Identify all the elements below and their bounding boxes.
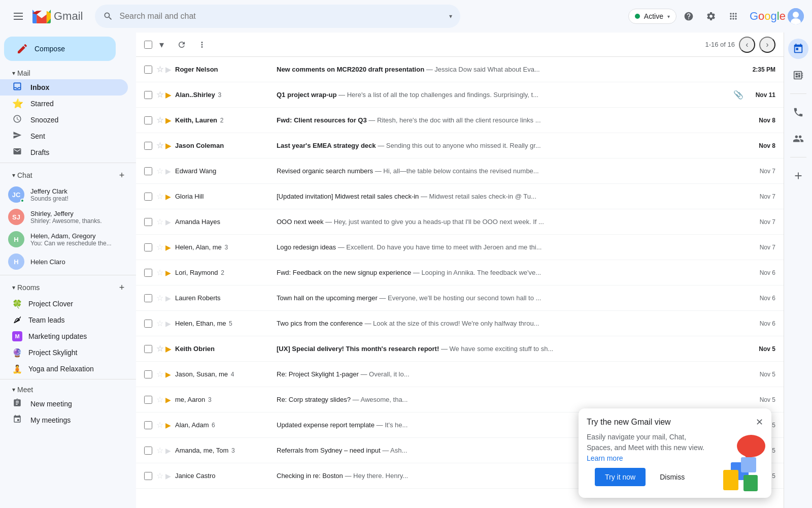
important-icon[interactable]: ▶ [165,91,171,99]
email-checkbox[interactable] [144,447,152,455]
add-room-btn[interactable]: + [116,281,128,294]
star-icon[interactable]: ☆ [156,344,163,354]
chat-item-shirley[interactable]: SJ Shirley, Jeffery Shirley: Awesome, th… [0,206,136,228]
search-chevron[interactable]: ▾ [449,13,452,20]
search-input-wrap[interactable]: ▾ [95,5,460,28]
important-icon[interactable]: ▶ [165,294,171,302]
important-icon[interactable]: ▶ [165,218,171,226]
star-icon[interactable]: ☆ [156,141,163,150]
email-checkbox[interactable] [144,269,152,277]
email-checkbox[interactable] [144,218,152,226]
important-icon[interactable]: ▶ [165,396,171,404]
email-checkbox[interactable] [144,243,152,251]
room-item-team-leads[interactable]: 🌶 Team leads [0,312,128,328]
important-icon[interactable]: ▶ [165,116,171,124]
star-icon[interactable]: ☆ [156,471,163,481]
star-icon[interactable]: ☆ [156,242,163,252]
table-row[interactable]: ☆ ▶ Gloria Hill [Updated invitation] Mid… [136,184,784,209]
room-item-yoga[interactable]: 🧘 Yoga and Relaxation [0,361,128,377]
email-checkbox[interactable] [144,116,152,124]
select-all-checkbox[interactable] [144,41,152,49]
star-icon[interactable]: ☆ [156,90,163,100]
user-avatar[interactable] [788,8,804,24]
room-item-project-skylight[interactable]: 🔮 Project Skylight [0,344,128,361]
star-icon[interactable]: ☆ [156,395,163,404]
phone-icon-btn[interactable] [788,102,808,122]
help-btn[interactable] [679,6,699,26]
important-icon[interactable]: ▶ [165,243,171,251]
mail-section-toggle[interactable]: ▾ Mail [12,69,30,77]
star-icon[interactable]: ☆ [156,268,163,277]
star-icon[interactable]: ☆ [156,217,163,227]
learn-more-link[interactable]: Learn more [587,454,623,462]
important-icon[interactable]: ▶ [165,472,171,480]
important-icon[interactable]: ▶ [165,447,171,455]
email-checkbox[interactable] [144,66,152,74]
chat-item-helen-adam[interactable]: H Helen, Adam, Gregory You: Can we resch… [0,228,136,250]
sidebar-item-new-meeting[interactable]: New meeting [0,396,128,412]
more-options-btn[interactable] [194,37,210,53]
sidebar-item-sent[interactable]: Sent [0,128,128,144]
table-row[interactable]: ☆ ▶ Amanda Hayes OOO next week — Hey, ju… [136,209,784,235]
notification-close-btn[interactable]: ✕ [756,417,763,428]
email-checkbox[interactable] [144,91,152,99]
star-icon[interactable]: ☆ [156,65,163,74]
meet-section-toggle[interactable]: ▾ Meet [12,386,33,394]
active-status-btn[interactable]: Active ▾ [628,9,676,24]
refresh-btn[interactable] [174,37,190,53]
email-checkbox[interactable] [144,142,152,150]
email-checkbox[interactable] [144,345,152,353]
star-icon[interactable]: ☆ [156,293,163,303]
important-icon[interactable]: ▶ [165,193,171,201]
important-icon[interactable]: ▶ [165,370,171,378]
important-icon[interactable]: ▶ [165,269,171,277]
email-checkbox[interactable] [144,193,152,201]
table-row[interactable]: ☆ ▶ Edward Wang Revised organic search n… [136,158,784,184]
star-icon[interactable]: ☆ [156,319,163,328]
important-icon[interactable]: ▶ [165,421,171,429]
table-row[interactable]: ☆ ▶ Keith, Lauren 2 Fwd: Client resource… [136,108,784,133]
dismiss-btn[interactable]: Dismiss [652,468,693,486]
table-row[interactable]: ☆ ▶ Helen, Ethan, me 5 Two pics from the… [136,311,784,336]
hamburger-menu[interactable] [8,6,28,26]
next-page-btn[interactable]: › [759,37,775,53]
sidebar-item-my-meetings[interactable]: My meetings [0,412,128,428]
table-row[interactable]: ☆ ▶ Lauren Roberts Town hall on the upco… [136,285,784,311]
add-icon-btn[interactable] [788,166,808,186]
settings-btn[interactable] [701,6,721,26]
important-icon[interactable]: ▶ [165,66,171,74]
star-icon[interactable]: ☆ [156,166,163,176]
important-icon[interactable]: ▶ [165,320,171,328]
sidebar-item-starred[interactable]: ⭐ Starred [0,96,128,112]
star-icon[interactable]: ☆ [156,420,163,430]
important-icon[interactable]: ▶ [165,345,171,353]
sidebar-item-snoozed[interactable]: Snoozed [0,112,128,128]
star-icon[interactable]: ☆ [156,115,163,125]
star-icon[interactable]: ☆ [156,192,163,201]
email-checkbox[interactable] [144,472,152,480]
compose-button[interactable]: Compose [4,37,116,61]
table-row[interactable]: ☆ ▶ Helen, Alan, me 3 Logo redesign idea… [136,235,784,260]
contacts-icon-btn[interactable] [788,129,808,149]
rooms-section-toggle[interactable]: ▾ Rooms [12,283,40,292]
calendar-icon-btn[interactable] [788,39,808,59]
search-input[interactable] [119,12,443,21]
try-it-now-btn[interactable]: Try it now [595,468,646,486]
sidebar-item-inbox[interactable]: Inbox [0,79,128,96]
table-row[interactable]: ☆ ▶ Roger Nelson New comments on MCR2020… [136,57,784,82]
table-row[interactable]: ☆ ▶ Keith Obrien [UX] Special delivery! … [136,336,784,362]
table-row[interactable]: ☆ ▶ Alan..Shirley 3 Q1 project wrap-up —… [136,82,784,108]
table-row[interactable]: ☆ ▶ Jason Coleman Last year's EMEA strat… [136,133,784,158]
chat-section-toggle[interactable]: ▾ Chat [12,171,32,179]
apps-btn[interactable] [723,6,743,26]
star-icon[interactable]: ☆ [156,369,163,379]
room-item-marketing[interactable]: M Marketing updates [0,328,128,344]
email-checkbox[interactable] [144,421,152,429]
email-checkbox[interactable] [144,167,152,175]
important-icon[interactable]: ▶ [165,167,171,175]
table-row[interactable]: ☆ ▶ Jason, Susan, me 4 Re: Project Skyli… [136,362,784,387]
add-chat-btn[interactable]: + [116,169,128,181]
tasks-icon-btn[interactable] [788,65,808,85]
sidebar-item-drafts[interactable]: Drafts [0,144,128,161]
email-checkbox[interactable] [144,396,152,404]
